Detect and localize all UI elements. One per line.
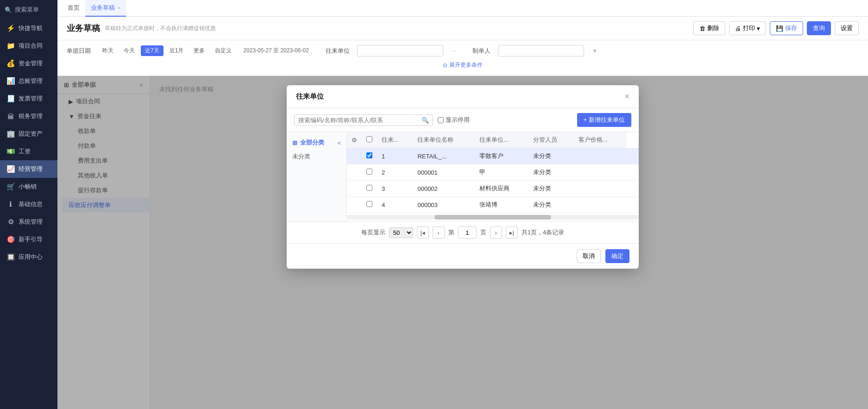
row-checkbox[interactable] bbox=[366, 152, 372, 158]
table-header-row: ⚙ 往来... 往来单位名称 往来单位... 分管人员 客户价格... bbox=[347, 132, 639, 148]
row-checkbox[interactable] bbox=[366, 185, 372, 191]
category-item-uncategorized[interactable]: 未分类 bbox=[287, 150, 346, 164]
category-header[interactable]: ⊞ 全部分类 « bbox=[287, 136, 346, 150]
xiao-yang-icon: 🛒 bbox=[6, 182, 15, 191]
row-settings bbox=[347, 181, 362, 197]
sidebar-search[interactable]: 🔍 搜索菜单 bbox=[0, 0, 57, 19]
table-row[interactable]: 4 000003 张靖博 未分类 bbox=[347, 197, 639, 213]
select-all-checkbox[interactable] bbox=[366, 136, 372, 142]
new-guide-icon: 🎯 bbox=[6, 235, 15, 244]
sidebar-item-ops-mgmt[interactable]: 📈 经营管理 bbox=[0, 160, 57, 178]
prev-page-btn[interactable]: ‹ bbox=[433, 227, 445, 239]
sidebar-item-new-guide[interactable]: 🎯 新手引导 bbox=[0, 231, 57, 248]
maker-label: 制单人 bbox=[472, 47, 491, 55]
sidebar-item-label: 工资 bbox=[19, 147, 31, 156]
row-checkbox[interactable] bbox=[366, 201, 372, 207]
maker-input[interactable] bbox=[498, 45, 584, 57]
show-disabled-checkbox-label[interactable]: 显示停用 bbox=[438, 116, 470, 124]
add-counterparty-button[interactable]: + 新增往来单位 bbox=[577, 113, 631, 127]
table-row[interactable]: 1 RETAIL_... 零散客户 未分类 bbox=[347, 148, 639, 164]
page-input[interactable] bbox=[458, 227, 477, 239]
th-settings[interactable]: ⚙ bbox=[347, 132, 362, 148]
sidebar-item-salary[interactable]: 💵 工资 bbox=[0, 143, 57, 160]
row-no: 3 bbox=[377, 181, 413, 197]
sidebar-item-accounts-mgmt[interactable]: 📊 总账管理 bbox=[0, 72, 57, 90]
show-disabled-checkbox[interactable] bbox=[438, 117, 444, 123]
row-checkbox-cell[interactable] bbox=[362, 197, 377, 213]
sidebar-item-label: 资金管理 bbox=[19, 59, 43, 68]
chevron-down-icon: ▾ bbox=[757, 25, 760, 32]
expand-more-btn[interactable]: ⊙ 展开更多条件 bbox=[441, 59, 484, 71]
date-tab-1month[interactable]: 近1月 bbox=[165, 45, 188, 56]
sidebar-item-tax-mgmt[interactable]: 🏛 税务管理 bbox=[0, 107, 57, 125]
next-page-btn[interactable]: › bbox=[490, 227, 502, 239]
table-row[interactable]: 2 000001 甲 未分类 bbox=[347, 164, 639, 181]
row-checkbox-cell[interactable] bbox=[362, 148, 377, 164]
counterparty-input[interactable] bbox=[357, 45, 443, 57]
delete-button[interactable]: 🗑 删除 bbox=[693, 21, 725, 35]
last-page-btn[interactable]: ▸| bbox=[506, 227, 518, 239]
sidebar-item-app-center[interactable]: 🔲 应用中心 bbox=[0, 248, 57, 266]
sys-mgmt-icon: ⚙ bbox=[6, 218, 15, 226]
row-manager bbox=[574, 197, 626, 213]
tab-draft[interactable]: 业务草稿 × bbox=[85, 0, 126, 17]
row-name: 材料供应商 bbox=[475, 181, 528, 197]
date-tab-yesterday[interactable]: 昨天 bbox=[98, 45, 118, 56]
per-page-select[interactable]: 50 100 bbox=[389, 227, 413, 238]
content-area: ⊞ 全部单据 « ▶ 项目合同 ▼ 资金往来 收款单 付款单 费用支出单 bbox=[57, 76, 868, 409]
quick-nav-icon: ⚡ bbox=[6, 24, 15, 32]
sidebar-item-fixed-assets[interactable]: 🏢 固定资产 bbox=[0, 125, 57, 143]
pagination: 每页显示 50 100 |◂ ‹ 第 页 › ▸| 共1页，4条记录 bbox=[287, 221, 639, 243]
date-tab-more[interactable]: 更多 bbox=[189, 45, 209, 56]
query-button[interactable]: 查询 bbox=[807, 21, 831, 35]
row-checkbox-cell[interactable] bbox=[362, 164, 377, 181]
date-tab-today[interactable]: 今天 bbox=[120, 45, 139, 56]
sidebar-item-fund-mgmt[interactable]: 💰 资金管理 bbox=[0, 55, 57, 72]
ellipsis-icon: ··· bbox=[451, 47, 456, 54]
sidebar: 🔍 搜索菜单 ⚡ 快捷导航 📁 项目合同 💰 资金管理 📊 总账管理 🧾 发票管… bbox=[0, 0, 57, 409]
th-price-level: 客户价格... bbox=[574, 132, 626, 148]
sidebar-item-basic-info[interactable]: ℹ 基础信息 bbox=[0, 195, 57, 213]
counterparty-table: ⚙ 往来... 往来单位名称 往来单位... 分管人员 客户价格... bbox=[347, 132, 639, 213]
row-price bbox=[626, 181, 639, 197]
category-panel: ⊞ 全部分类 « 未分类 bbox=[287, 132, 347, 221]
row-no: 1 bbox=[377, 148, 413, 164]
dialog-main: ⊞ 全部分类 « 未分类 bbox=[287, 132, 639, 221]
row-checkbox-cell[interactable] bbox=[362, 181, 377, 197]
dialog-close-button[interactable]: × bbox=[624, 92, 629, 101]
settings-button[interactable]: 设置 bbox=[835, 21, 859, 35]
collapse-category-icon[interactable]: « bbox=[337, 139, 341, 146]
row-code: 000001 bbox=[413, 164, 475, 181]
sidebar-item-quick-nav[interactable]: ⚡ 快捷导航 bbox=[0, 19, 57, 37]
row-checkbox[interactable] bbox=[366, 169, 372, 175]
maker-chevron-icon: ▾ bbox=[593, 47, 597, 54]
counterparty-search-input[interactable] bbox=[298, 117, 419, 124]
save-icon: 💾 bbox=[776, 25, 783, 32]
tab-close-icon[interactable]: × bbox=[118, 5, 120, 11]
sidebar-item-project-contract[interactable]: 📁 项目合同 bbox=[0, 37, 57, 55]
cancel-button[interactable]: 取消 bbox=[577, 249, 601, 263]
date-tab-7days[interactable]: 近7天 bbox=[141, 45, 164, 56]
confirm-button[interactable]: 确定 bbox=[605, 249, 629, 263]
tab-home[interactable]: 首页 bbox=[62, 0, 85, 17]
save-button[interactable]: 💾 保存 bbox=[770, 21, 803, 35]
row-category: 未分类 bbox=[528, 148, 574, 164]
sidebar-item-label: 新手引导 bbox=[19, 235, 43, 244]
sidebar-item-label: 小畅销 bbox=[19, 182, 37, 191]
sidebar-item-invoice-mgmt[interactable]: 🧾 发票管理 bbox=[0, 90, 57, 107]
dialog-header: 往来单位 × bbox=[287, 85, 639, 108]
horizontal-scrollbar[interactable] bbox=[347, 215, 639, 220]
row-settings bbox=[347, 164, 362, 181]
sidebar-item-sys-mgmt[interactable]: ⚙ 系统管理 bbox=[0, 213, 57, 231]
first-page-btn[interactable]: |◂ bbox=[417, 227, 429, 239]
sidebar-item-xiao-yang[interactable]: 🛒 小畅销 bbox=[0, 178, 57, 195]
dialog-toolbar: 🔍 显示停用 + 新增往来单位 bbox=[287, 108, 639, 132]
table-row[interactable]: 3 000002 材料供应商 未分类 bbox=[347, 181, 639, 197]
th-manager: 分管人员 bbox=[528, 132, 574, 148]
salary-icon: 💵 bbox=[6, 147, 15, 156]
project-contract-icon: 📁 bbox=[6, 42, 15, 50]
th-checkbox[interactable] bbox=[362, 132, 377, 148]
print-button[interactable]: 🖨 打印 ▾ bbox=[729, 21, 766, 35]
sidebar-item-label: 固定资产 bbox=[19, 130, 43, 138]
date-tab-custom[interactable]: 自定义 bbox=[211, 45, 236, 56]
